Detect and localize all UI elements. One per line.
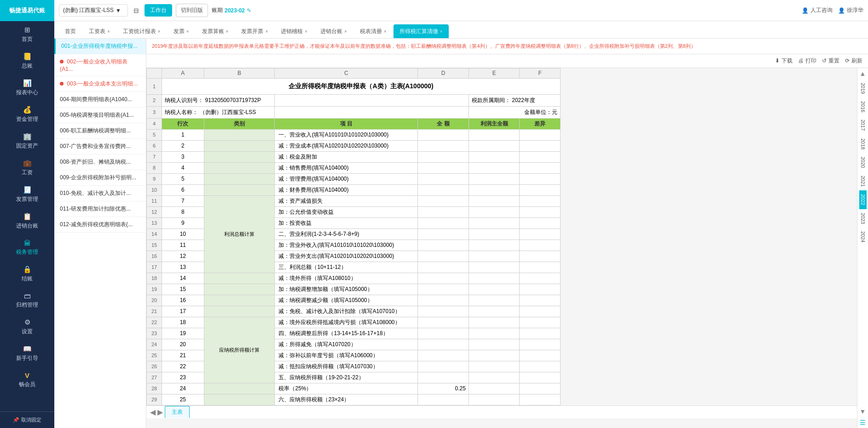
left-panel-item-001[interactable]: 001-企业所得税年度纳税申报... [54, 39, 146, 54]
tab-income-tax-close[interactable]: × [440, 29, 443, 34]
sidebar-item-archive-mgmt[interactable]: 🗃 归档管理 [0, 287, 54, 314]
year-item-2019[interactable]: 2019 [859, 79, 867, 97]
sidebar-item-payroll[interactable]: 💼 工资 [0, 154, 54, 181]
col-header-a: A [162, 68, 204, 78]
year-item-2021[interactable]: 2021 [859, 172, 867, 190]
left-panel-item-005[interactable]: 005-纳税调整项目明细表(A1... [54, 108, 146, 123]
company-dropdown-icon: ▼ [116, 7, 121, 14]
tab-sales-ledger-close[interactable]: × [344, 29, 347, 34]
row-num-4: 4 [147, 118, 162, 129]
user-avatar-icon: 👤 [838, 7, 845, 14]
sidebar-item-invoice-mgmt[interactable]: 🧾 发票管理 [0, 181, 54, 208]
download-icon: ⬇ [775, 57, 780, 64]
tab-invoice-calc[interactable]: 发票算账 × [196, 24, 235, 38]
year-expand-icon[interactable]: ☰ [858, 417, 868, 428]
table-row: 19 15 加：纳税调整增加额（填写A105000） [147, 284, 561, 295]
tab-payroll[interactable]: 工资表 × [83, 24, 116, 38]
tab-payroll-close[interactable]: × [107, 29, 110, 34]
col-header-empty [147, 68, 162, 78]
header-lirunquane: 利润主全额 [469, 118, 520, 129]
left-panel-item-008[interactable]: 008-资产折旧、摊销及纳税... [54, 154, 146, 170]
year-item-2023[interactable]: 2023 [859, 209, 867, 228]
year-item-2018[interactable]: 2018 [859, 135, 867, 153]
year-panel: ▲ 2019 2016 2017 2018 2020 2021 2022 202… [857, 68, 868, 428]
tab-payroll-report-close[interactable]: × [158, 29, 161, 34]
left-panel-item-002[interactable]: 002-一般企业收入明细表(A1... [54, 54, 146, 76]
year-item-2020[interactable]: 2020 [859, 153, 867, 171]
tab-sales-audit-close[interactable]: × [305, 29, 307, 34]
col-header-b: B [204, 68, 275, 78]
year-item-2017[interactable]: 2017 [859, 116, 867, 134]
sidebar-item-member[interactable]: V 畅会员 [0, 367, 54, 393]
sidebar-item-new-guide[interactable]: 📖 新手引导 [0, 340, 54, 367]
topbar-right: 👤 人工咨询 👤 徐淳华 [802, 6, 863, 14]
refresh-button[interactable]: ⟳ 刷新 [845, 57, 862, 65]
sidebar-item-tax-mgmt[interactable]: 🏛 税务管理 [0, 234, 54, 261]
company-name-cell: 纳税人名称： （勿删）江西服宝-LSS [162, 106, 275, 118]
workbench-button[interactable]: 工作台 [145, 4, 172, 17]
tab-income-tax[interactable]: 所得税汇算清缴 × [393, 24, 449, 38]
tab-sales-audit[interactable]: 进销稽核 × [275, 24, 313, 38]
user-service[interactable]: 👤 人工咨询 [802, 6, 833, 14]
sidebar-item-settings[interactable]: ⚙ 设置 [0, 314, 54, 340]
sidebar-item-fixed-assets[interactable]: 🏢 固定资产 [0, 128, 54, 154]
year-item-2016[interactable]: 2016 [859, 97, 867, 116]
pin-button[interactable]: 📌 取消固定 [0, 412, 54, 428]
closing-icon: 🔒 [23, 265, 32, 274]
table-row: 3 纳税人名称： （勿删）江西服宝-LSS 金额单位：元 [147, 106, 561, 118]
left-panel-item-003[interactable]: 003-一般企业成本支出明细... [54, 76, 146, 92]
sidebar-item-report-center[interactable]: 📊 报表中心 [0, 74, 54, 101]
warning-bar: 2019年度涉及取以前年度延续数据的申报表单元格需要手工维护正确，才能保证本年及… [146, 39, 868, 54]
tab-invoice[interactable]: 发票 × [168, 24, 195, 38]
left-panel-item-009[interactable]: 009-企业所得税附加补亏损明... [54, 170, 146, 186]
company-selector[interactable]: (勿删) 江西服宝-LSS ▼ [59, 4, 128, 17]
tab-invoice-calc-close[interactable]: × [226, 29, 229, 34]
sidebar-item-fund-mgmt[interactable]: 💰 资金管理 [0, 101, 54, 128]
tax-icon: 🏛 [24, 239, 31, 247]
sheet-tab-main[interactable]: 主表 [165, 406, 190, 418]
home-icon: ⊞ [24, 26, 30, 34]
left-panel-item-006[interactable]: 006-职工薪酬纳税调整明细... [54, 123, 146, 139]
tab-invoice-issue-close[interactable]: × [265, 29, 268, 34]
sidebar-item-home[interactable]: ⊞ 首页 [0, 21, 54, 48]
payroll-icon: 💼 [23, 159, 32, 167]
print-button[interactable]: 🖨 打印 [798, 57, 816, 65]
sidebar-item-general-ledger[interactable]: 📒 总账 [0, 48, 54, 74]
year-item-2022[interactable]: 2022 [859, 190, 867, 209]
sidebar-item-closing[interactable]: 🔒 结账 [0, 261, 54, 287]
company-settings-icon[interactable]: ⊟ [132, 6, 141, 15]
sheet-nav-left[interactable]: ◀ [150, 408, 156, 417]
table-row: 29 25 六、应纳所得税额（23×24） [147, 394, 561, 405]
left-panel-item-007[interactable]: 007-广告费和业务宣传费跨... [54, 139, 146, 154]
username-display[interactable]: 👤 徐淳华 [838, 6, 863, 14]
tab-invoice-close[interactable]: × [186, 29, 189, 34]
empty-cell-2c [275, 94, 469, 106]
sheet-nav-right[interactable]: ▶ [157, 408, 163, 417]
period-edit-icon[interactable]: ✎ [247, 7, 251, 14]
left-panel-item-012[interactable]: 012-减免所得税优惠明细表(... [54, 217, 146, 233]
year-scroll-up[interactable]: ▲ [858, 68, 868, 79]
download-button[interactable]: ⬇ 下载 [775, 57, 793, 65]
main-area: (勿删) 江西服宝-LSS ▼ ⊟ 工作台 切到旧版 账期 2023-02 ✎ … [54, 0, 868, 428]
tab-tax-schedule-close[interactable]: × [384, 29, 387, 34]
taxpayer-id-cell: 纳税人识别号： 91320500703719732P [162, 94, 275, 106]
left-panel-item-010[interactable]: 010-免税、减计收入及加计... [54, 186, 146, 201]
content-area: 001-企业所得税年度纳税申报... 002-一般企业收入明细表(A1... 0… [54, 39, 868, 428]
tab-tax-schedule[interactable]: 税表清册 × [354, 24, 393, 38]
year-scroll-down[interactable]: ▼ [858, 406, 868, 417]
col-header-d: D [418, 68, 469, 78]
header-leibie: 类别 [204, 118, 275, 129]
sheet-main[interactable]: A B C D E F [146, 68, 857, 428]
company-name: (勿删) 江西服宝-LSS [63, 6, 114, 14]
tab-sales-ledger[interactable]: 进销台账 × [314, 24, 353, 38]
left-panel-item-011[interactable]: 011-研发费用加计扣除优惠... [54, 201, 146, 217]
tab-invoice-issue[interactable]: 发票开票 × [235, 24, 274, 38]
left-panel-item-004[interactable]: 004-期间费用明细表(A1040... [54, 92, 146, 108]
tab-payroll-report[interactable]: 工资统计报表 × [117, 24, 167, 38]
year-item-2024[interactable]: 2024 [859, 228, 867, 246]
right-content: 2019年度涉及取以前年度延续数据的申报表单元格需要手工维护正确，才能保证本年及… [146, 39, 868, 428]
switch-version-button[interactable]: 切到旧版 [176, 4, 208, 17]
tab-home[interactable]: 首页 [59, 24, 82, 38]
sidebar-item-sales-ledger[interactable]: 📋 进销台账 [0, 208, 54, 234]
reset-button[interactable]: ↺ 重置 [822, 57, 839, 65]
